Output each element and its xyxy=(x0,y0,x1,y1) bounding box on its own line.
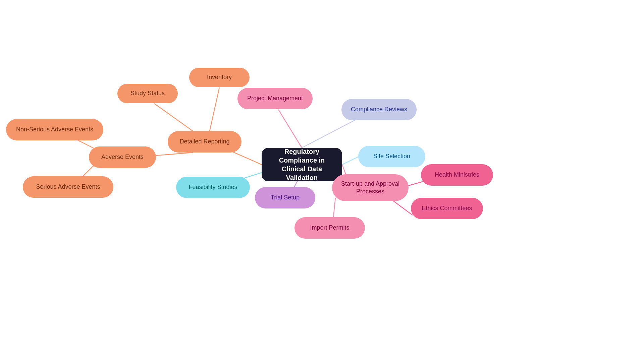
detailed-reporting-node[interactable]: Detailed Reporting xyxy=(168,131,241,153)
non-serious-adverse-events-node[interactable]: Non-Serious Adverse Events xyxy=(6,119,103,140)
trial-setup-node[interactable]: Trial Setup xyxy=(255,187,315,208)
svg-line-8 xyxy=(302,116,362,148)
adverse-events-node[interactable]: Adverse Events xyxy=(89,146,156,168)
site-selection-node[interactable]: Site Selection xyxy=(358,146,425,167)
health-ministries-node[interactable]: Health Ministries xyxy=(421,164,493,186)
study-status-node[interactable]: Study Status xyxy=(117,84,178,103)
center-node[interactable]: Regulatory Compliance in Clinical Data V… xyxy=(262,148,342,181)
startup-node[interactable]: Start-up and Approval Processes xyxy=(332,174,409,201)
svg-line-7 xyxy=(278,110,302,148)
serious-adverse-events-node[interactable]: Serious Adverse Events xyxy=(23,176,113,198)
compliance-reviews-node[interactable]: Compliance Reviews xyxy=(341,99,417,120)
inventory-node[interactable]: Inventory xyxy=(189,68,250,87)
ethics-committees-node[interactable]: Ethics Committees xyxy=(411,198,483,219)
feasibility-studies-node[interactable]: Feasibility Studies xyxy=(176,177,250,198)
svg-line-1 xyxy=(210,87,219,131)
svg-line-9 xyxy=(342,157,359,165)
svg-line-2 xyxy=(154,104,193,131)
project-management-node[interactable]: Project Management xyxy=(237,88,313,109)
import-permits-node[interactable]: Import Permits xyxy=(294,217,365,239)
